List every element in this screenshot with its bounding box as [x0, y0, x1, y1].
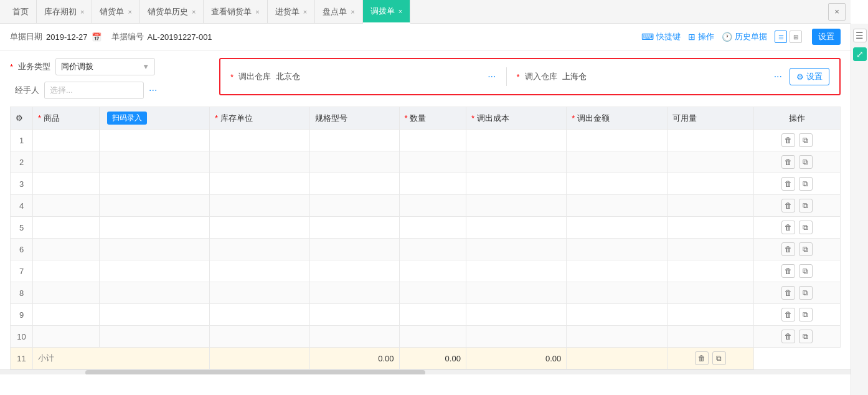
row-amount-9[interactable] [567, 304, 667, 326]
sidebar-list-icon[interactable]: ☰ [853, 29, 867, 42]
tab-purchase-order[interactable]: 进货单 × [268, 0, 315, 24]
close-tab-inventory-init[interactable]: × [80, 8, 84, 16]
close-tab-sales-order[interactable]: × [128, 8, 131, 16]
scrollbar-thumb[interactable] [85, 370, 425, 374]
close-tab-purchase-order[interactable]: × [303, 8, 307, 16]
delete-row-2[interactable]: 🗑 [781, 155, 795, 169]
delete-row-10[interactable]: 🗑 [781, 330, 795, 343]
delete-row-8[interactable]: 🗑 [781, 286, 795, 300]
row-product-7[interactable] [33, 260, 100, 282]
tab-transfer[interactable]: 调拨单 × [363, 0, 410, 24]
close-tab-view-sales[interactable]: × [255, 8, 259, 16]
row-product-9[interactable] [33, 304, 100, 326]
delete-row-9[interactable]: 🗑 [781, 308, 795, 321]
row-product-6[interactable] [33, 239, 100, 260]
row-available-7 [667, 260, 753, 282]
row-cost-4[interactable] [466, 195, 566, 217]
row-amount-2[interactable] [567, 151, 667, 173]
delete-row-6[interactable]: 🗑 [781, 242, 795, 256]
sidebar-expand-icon[interactable]: ⤢ [853, 47, 867, 61]
row-spec-5 [310, 217, 399, 239]
history-button[interactable]: 🕐 历史单据 [722, 31, 767, 42]
layout-list-icon[interactable]: ☰ [775, 31, 787, 43]
row-quantity-3[interactable] [399, 173, 466, 195]
row-amount-3[interactable] [567, 173, 667, 195]
copy-row-8[interactable]: ⧉ [799, 286, 813, 300]
copy-row-6[interactable]: ⧉ [799, 242, 813, 256]
delete-row-7[interactable]: 🗑 [781, 264, 795, 278]
delete-row-11[interactable]: 🗑 [695, 351, 709, 365]
settings-button[interactable]: 设置 [812, 29, 841, 45]
row-product-3[interactable] [33, 173, 100, 195]
row-amount-4[interactable] [567, 195, 667, 217]
row-product-4[interactable] [33, 195, 100, 217]
row-cost-7[interactable] [466, 260, 566, 282]
copy-row-3[interactable]: ⧉ [799, 177, 813, 191]
handler-more-icon[interactable]: ··· [149, 85, 157, 96]
row-product-2[interactable] [33, 151, 100, 173]
row-quantity-7[interactable] [399, 260, 466, 282]
close-tab-stocktake[interactable]: × [351, 8, 354, 16]
copy-row-7[interactable]: ⧉ [799, 264, 813, 278]
tab-sales-history[interactable]: 销货单历史 × [140, 0, 204, 24]
row-cost-10[interactable] [466, 326, 566, 348]
row-product-5[interactable] [33, 217, 100, 239]
copy-row-9[interactable]: ⧉ [799, 308, 813, 321]
row-cost-5[interactable] [466, 217, 566, 239]
tab-home[interactable]: 首页 [5, 0, 37, 24]
out-warehouse-more-icon[interactable]: ··· [488, 71, 496, 82]
tab-inventory-init[interactable]: 库存期初 × [37, 0, 92, 24]
layout-grid-icon[interactable]: ⊞ [790, 31, 802, 43]
calendar-icon[interactable]: 📅 [92, 32, 101, 42]
row-cost-3[interactable] [466, 173, 566, 195]
copy-row-2[interactable]: ⧉ [799, 155, 813, 169]
row-quantity-9[interactable] [399, 304, 466, 326]
row-product-8[interactable] [33, 282, 100, 304]
tab-sales-order[interactable]: 销货单 × [92, 0, 139, 24]
operations-button[interactable]: ⊞ 操作 [688, 31, 714, 42]
row-amount-7[interactable] [567, 260, 667, 282]
horizontal-scrollbar[interactable] [0, 369, 851, 374]
row-quantity-1[interactable] [399, 130, 466, 151]
row-amount-8[interactable] [567, 282, 667, 304]
copy-row-5[interactable]: ⧉ [799, 221, 813, 234]
row-quantity-8[interactable] [399, 282, 466, 304]
tab-stocktake[interactable]: 盘点单 × [315, 0, 362, 24]
delete-row-3[interactable]: 🗑 [781, 177, 795, 191]
row-quantity-5[interactable] [399, 217, 466, 239]
scan-button[interactable]: 扫码录入 [107, 112, 147, 125]
row-cost-8[interactable] [466, 282, 566, 304]
row-product-1[interactable] [33, 130, 100, 151]
row-cost-1[interactable] [466, 130, 566, 151]
business-type-select[interactable]: 同价调拨 ▼ [55, 58, 155, 75]
copy-row-10[interactable]: ⧉ [799, 330, 813, 343]
row-num-8: 8 [11, 282, 33, 304]
row-amount-1[interactable] [567, 130, 667, 151]
close-tab-sales-history[interactable]: × [192, 8, 196, 16]
row-quantity-10[interactable] [399, 326, 466, 348]
row-cost-9[interactable] [466, 304, 566, 326]
row-product-10[interactable] [33, 326, 100, 348]
delete-row-1[interactable]: 🗑 [781, 133, 795, 147]
handler-select[interactable]: 选择... [44, 82, 144, 99]
gear-icon[interactable]: ⚙ [16, 113, 23, 123]
delete-row-4[interactable]: 🗑 [781, 199, 795, 212]
warehouse-settings-button[interactable]: ⚙ 设置 [790, 68, 829, 85]
tab-view-sales[interactable]: 查看销货单 × [204, 0, 267, 24]
row-amount-6[interactable] [567, 239, 667, 260]
row-quantity-4[interactable] [399, 195, 466, 217]
close-tab-transfer[interactable]: × [399, 7, 402, 15]
delete-row-5[interactable]: 🗑 [781, 221, 795, 234]
row-quantity-6[interactable] [399, 239, 466, 260]
in-warehouse-more-icon[interactable]: ··· [774, 71, 782, 82]
copy-row-1[interactable]: ⧉ [799, 133, 813, 147]
row-cost-2[interactable] [466, 151, 566, 173]
row-quantity-2[interactable] [399, 151, 466, 173]
copy-row-4[interactable]: ⧉ [799, 199, 813, 212]
copy-row-11[interactable]: ⧉ [712, 351, 726, 365]
row-amount-5[interactable] [567, 217, 667, 239]
close-all-tabs-button[interactable]: × [828, 3, 846, 21]
shortcuts-button[interactable]: ⌨ 快捷键 [641, 31, 681, 42]
row-amount-10[interactable] [567, 326, 667, 348]
row-cost-6[interactable] [466, 239, 566, 260]
